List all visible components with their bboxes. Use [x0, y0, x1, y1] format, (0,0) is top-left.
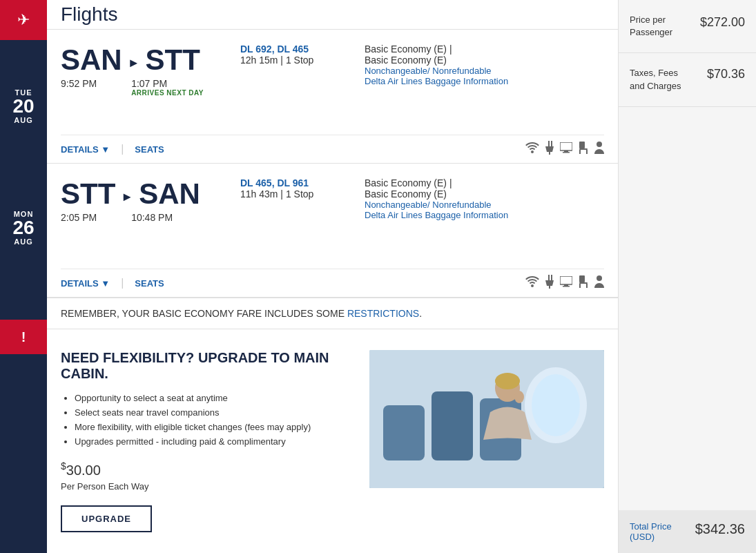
flight-section-1: SAN ► STT 9:52 PM 1:07 PM ARRIVES NEXT D…	[47, 30, 618, 164]
flight-duration-2: 11h 43m | 1 Stop	[240, 188, 351, 200]
svg-rect-24	[432, 391, 473, 460]
dest-code-2: SAN	[139, 177, 200, 211]
arrive-time-2: 10:48 PM	[131, 212, 173, 223]
upgrade-bullet-4: Upgrades permitted - including paid & co…	[75, 436, 356, 447]
svg-rect-9	[586, 150, 588, 154]
alert-bar: REMEMBER, YOUR BASIC ECONOMY FARE INCLUD…	[47, 298, 618, 329]
times-row-1: 9:52 PM 1:07 PM ARRIVES NEXT DAY	[61, 78, 226, 97]
baggage-link-2[interactable]: Delta Air Lines Baggage Information	[365, 210, 604, 220]
svg-point-29	[495, 373, 520, 389]
details-left-2: DETAILS ▼ | SEATS	[61, 277, 164, 289]
upgrade-price-currency: $	[61, 460, 66, 472]
total-price-label: Total Price (USD)	[630, 521, 695, 542]
svg-rect-20	[586, 284, 588, 288]
alert-text: REMEMBER, YOUR BASIC ECONOMY FARE INCLUD…	[61, 308, 347, 319]
details-bar-2: DETAILS ▼ | SEATS	[61, 269, 604, 297]
upgrade-bullet-2: Select seats near travel companions	[75, 407, 356, 418]
svg-rect-23	[383, 405, 425, 460]
depart-time-1: 9:52 PM	[61, 78, 97, 89]
arrives-next-day-1: ARRIVES NEXT DAY	[131, 89, 204, 97]
upgrade-price-cents: .00	[81, 463, 101, 478]
total-price-row: Total Price (USD) $342.36	[619, 510, 756, 553]
svg-rect-12	[551, 275, 552, 280]
svg-rect-0	[548, 141, 550, 146]
svg-rect-8	[579, 150, 581, 154]
baggage-link-1[interactable]: Delta Air Lines Baggage Information	[365, 76, 604, 86]
svg-rect-4	[564, 151, 568, 152]
svg-rect-2	[549, 152, 550, 155]
fare-class2-2: Basic Economy (E)	[365, 188, 604, 200]
details-left-1: DETAILS ▼ | SEATS	[61, 143, 164, 155]
total-price-value: $342.36	[695, 521, 745, 537]
person-icon-1	[594, 142, 604, 157]
page-header: Flights	[47, 0, 618, 30]
main-content: Flights SAN ► STT 9:52 PM	[47, 0, 618, 553]
upgrade-title: NEED FLEXIBILITY? UPGRADE TO MAIN CABIN.	[61, 350, 356, 382]
times-row-2: 2:05 PM 10:48 PM	[61, 212, 226, 223]
upgrade-per-person: Per Person Each Way	[61, 481, 356, 492]
svg-rect-14	[560, 276, 572, 284]
flight-duration-1: 12h 15m | 1 Stop	[240, 55, 351, 66]
fare-class1-1: Basic Economy (E) |	[365, 43, 604, 55]
depart-time-group-2: 2:05 PM	[61, 212, 97, 223]
arrow-icon-2: ►	[121, 190, 133, 204]
flight-row-1: SAN ► STT 9:52 PM 1:07 PM ARRIVES NEXT D…	[61, 43, 604, 126]
plane-icon: ✈	[17, 11, 30, 29]
arrive-time-group-1: 1:07 PM ARRIVES NEXT DAY	[131, 78, 204, 97]
wifi-icon-1	[525, 142, 539, 156]
price-row-taxes: Taxes, Fees and Charges $70.36	[619, 53, 756, 106]
svg-point-27	[532, 374, 580, 436]
nonchangeable-link-1[interactable]: Nonchangeable/ Nonrefundable	[365, 66, 604, 76]
svg-rect-1	[551, 141, 552, 146]
flight-airports-2: STT ► SAN 2:05 PM 10:48 PM	[61, 177, 226, 223]
svg-rect-11	[548, 275, 550, 280]
arrive-time-group-2: 10:48 PM	[131, 212, 173, 223]
arrive-time-1: 1:07 PM	[131, 78, 204, 89]
entertainment-icon-2	[560, 276, 572, 290]
sidebar-header: ✈	[0, 0, 47, 40]
upgrade-bullet-3: More flexibility, with eligible ticket c…	[75, 422, 356, 432]
upgrade-button[interactable]: UPGRADE	[61, 505, 152, 532]
price-row-per-passenger: Price per Passenger $272.00	[619, 0, 756, 53]
flight-fare-1: Basic Economy (E) | Basic Economy (E) No…	[365, 43, 604, 86]
per-passenger-value: $272.00	[700, 14, 745, 30]
upgrade-section: NEED FLEXIBILITY? UPGRADE TO MAIN CABIN.…	[47, 329, 618, 553]
flight-section-2: STT ► SAN 2:05 PM 10:48 PM	[47, 164, 618, 298]
svg-rect-19	[579, 284, 581, 288]
wifi-icon-2	[525, 276, 539, 290]
power-icon-1	[545, 141, 554, 157]
price-panel: Price per Passenger $272.00 Taxes, Fees …	[618, 0, 756, 553]
airports-row-1: SAN ► STT	[61, 43, 226, 77]
month-2: AUG	[14, 237, 32, 246]
depart-time-2: 2:05 PM	[61, 212, 97, 223]
alert-period: .	[419, 308, 422, 319]
svg-point-30	[514, 391, 524, 403]
svg-rect-7	[579, 148, 588, 150]
dest-code-1: STT	[146, 43, 200, 77]
flight-number-1: DL 692, DL 465	[240, 43, 351, 55]
details-link-1[interactable]: DETAILS ▼	[61, 144, 110, 155]
alert-restrictions-link[interactable]: RESTRICTIONS	[347, 308, 419, 319]
svg-rect-15	[564, 284, 568, 286]
flight-row-2: STT ► SAN 2:05 PM 10:48 PM	[61, 177, 604, 260]
nonchangeable-link-2[interactable]: Nonchangeable/ Nonrefundable	[365, 200, 604, 210]
per-passenger-label: Price per Passenger	[630, 14, 692, 39]
page-title: Flights	[61, 3, 117, 26]
upgrade-bullet-1: Opportunity to select a seat at anytime	[75, 393, 356, 403]
seats-link-1[interactable]: SEATS	[135, 144, 164, 155]
upgrade-bullets: Opportunity to select a seat at anytime …	[61, 393, 356, 447]
taxes-label: Taxes, Fees and Charges	[630, 67, 692, 92]
origin-code-2: STT	[61, 177, 115, 211]
upgrade-price-dollars: 30	[66, 463, 81, 478]
svg-rect-16	[563, 286, 570, 287]
details-link-2[interactable]: DETAILS ▼	[61, 278, 110, 289]
day-num-2: 26	[12, 218, 34, 237]
details-divider-2: |	[121, 277, 124, 289]
seats-link-2[interactable]: SEATS	[135, 278, 164, 289]
flight-fare-2: Basic Economy (E) | Basic Economy (E) No…	[365, 177, 604, 220]
amenity-icons-1	[525, 141, 604, 157]
seat-icon-2	[578, 275, 589, 291]
svg-point-10	[597, 142, 602, 147]
details-bar-1: DETAILS ▼ | SEATS	[61, 135, 604, 163]
month-1: AUG	[14, 116, 32, 124]
